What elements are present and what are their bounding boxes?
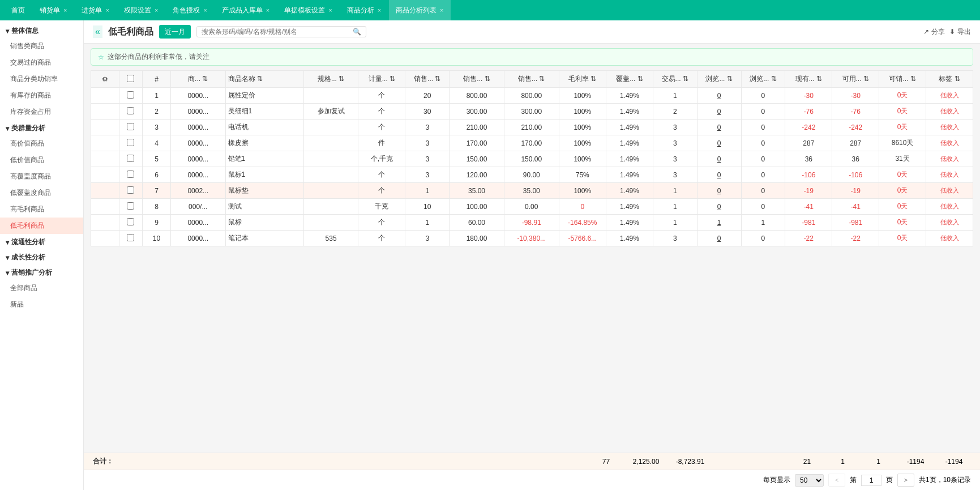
- sidebar-group-marketing[interactable]: ▾ 营销推广分析: [0, 265, 83, 280]
- nav-product-analysis-list[interactable]: 商品分析列表 ×: [389, 0, 450, 20]
- page-number-input[interactable]: [861, 475, 881, 486]
- row-checkbox-4[interactable]: [127, 155, 134, 162]
- row-view1-1[interactable]: 0: [697, 104, 741, 120]
- nav-product-analysis[interactable]: 商品分析 ×: [340, 0, 388, 20]
- row-tag-9: 低收入: [926, 231, 973, 246]
- col-spec[interactable]: 规格... ⇅: [303, 71, 358, 88]
- row-check-3[interactable]: [119, 135, 142, 151]
- sidebar-item-all-goods[interactable]: 全部商品: [0, 280, 83, 296]
- row-check-7[interactable]: [119, 199, 142, 215]
- row-settings-9: [91, 231, 119, 246]
- sidebar-item-high-margin[interactable]: 高毛利商品: [0, 201, 83, 218]
- row-check-6[interactable]: [119, 183, 142, 199]
- row-check-2[interactable]: [119, 120, 142, 135]
- nav-permissions-close[interactable]: ×: [155, 7, 158, 14]
- col-sale-qty[interactable]: 销售... ⇅: [405, 71, 450, 88]
- col-sale-price[interactable]: 销售... ⇅: [450, 71, 504, 88]
- row-checkbox-3[interactable]: [127, 139, 134, 146]
- row-check-5[interactable]: [119, 167, 142, 183]
- sidebar-item-high-cover[interactable]: 高覆盖度商品: [0, 168, 83, 185]
- nav-product-analysis-list-close[interactable]: ×: [440, 7, 443, 14]
- col-settings[interactable]: ⚙: [91, 71, 119, 88]
- row-checkbox-1[interactable]: [127, 107, 134, 114]
- sidebar-group-cluster[interactable]: ▾ 类群量分析: [0, 120, 83, 135]
- sidebar-collapse-btn[interactable]: «: [93, 25, 102, 38]
- search-input[interactable]: [202, 28, 353, 36]
- col-cur-stock[interactable]: 现有... ⇅: [785, 71, 832, 88]
- export-button[interactable]: ⬇ 导出: [949, 27, 971, 37]
- col-trade[interactable]: 交易... ⇅: [653, 71, 697, 88]
- row-view1-6[interactable]: 0: [697, 183, 741, 199]
- nav-permissions[interactable]: 权限设置 ×: [117, 0, 165, 20]
- nav-template-close[interactable]: ×: [328, 7, 332, 14]
- row-view1-8[interactable]: 1: [697, 215, 741, 231]
- col-name[interactable]: 商品名称 ⇅: [225, 71, 303, 88]
- row-view1-5[interactable]: 0: [697, 167, 741, 183]
- sidebar-group-general[interactable]: ▾ 整体信息: [0, 23, 83, 38]
- row-cover-8: 1.49%: [606, 215, 653, 231]
- row-check-0[interactable]: [119, 88, 142, 104]
- col-gross-rate[interactable]: 毛利率 ⇅: [559, 71, 606, 88]
- col-check-all[interactable]: [119, 71, 142, 88]
- row-code-9: 0000...: [170, 231, 225, 246]
- nav-sales-close[interactable]: ×: [63, 7, 67, 14]
- share-button[interactable]: ↗ 分享: [923, 27, 945, 37]
- row-checkbox-2[interactable]: [127, 123, 134, 130]
- sidebar-item-high-value[interactable]: 高价值商品: [0, 135, 83, 152]
- prev-page-btn[interactable]: ＜: [828, 474, 845, 487]
- nav-home[interactable]: 首页: [5, 0, 32, 20]
- col-view2[interactable]: 浏览... ⇅: [741, 71, 785, 88]
- nav-roles-close[interactable]: ×: [203, 7, 207, 14]
- row-checkbox-7[interactable]: [127, 202, 134, 210]
- per-page-select[interactable]: 50 100 200: [795, 474, 824, 487]
- period-button[interactable]: 近一月: [159, 25, 191, 39]
- col-cover[interactable]: 覆盖... ⇅: [606, 71, 653, 88]
- nav-products-inbound[interactable]: 产成品入库单 ×: [215, 0, 276, 20]
- row-checkbox-9[interactable]: [127, 234, 134, 241]
- col-sellable[interactable]: 可销... ⇅: [879, 71, 926, 88]
- nav-product-analysis-close[interactable]: ×: [378, 7, 381, 14]
- search-icon[interactable]: 🔍: [353, 28, 361, 36]
- sidebar-group-liquidity[interactable]: ▾ 流通性分析: [0, 234, 83, 249]
- sidebar-item-new-goods[interactable]: 新品: [0, 296, 83, 313]
- sidebar-item-low-margin[interactable]: 低毛利商品: [0, 218, 83, 234]
- sidebar-item-sales-goods[interactable]: 销售类商品: [0, 38, 83, 54]
- nav-purchase-close[interactable]: ×: [105, 7, 109, 14]
- sidebar-item-capital[interactable]: 库存资金占用: [0, 104, 83, 120]
- check-all-checkbox[interactable]: [127, 75, 134, 82]
- row-check-1[interactable]: [119, 104, 142, 120]
- nav-roles[interactable]: 角色授权 ×: [166, 0, 213, 20]
- row-name-3: 橡皮擦: [225, 135, 303, 151]
- col-tag[interactable]: 标签 ⇅: [926, 71, 973, 88]
- row-checkbox-6[interactable]: [127, 186, 134, 194]
- nav-purchase[interactable]: 进货单 ×: [75, 0, 115, 20]
- sidebar-item-low-value[interactable]: 低价值商品: [0, 152, 83, 168]
- row-check-8[interactable]: [119, 215, 142, 231]
- row-view1-2[interactable]: 0: [697, 120, 741, 135]
- row-view1-4[interactable]: 0: [697, 151, 741, 167]
- row-check-4[interactable]: [119, 151, 142, 167]
- row-view1-7[interactable]: 0: [697, 199, 741, 215]
- col-avail[interactable]: 可用... ⇅: [832, 71, 879, 88]
- row-check-9[interactable]: [119, 231, 142, 246]
- sidebar-item-in-stock[interactable]: 有库存的商品: [0, 87, 83, 104]
- row-view1-9[interactable]: 0: [697, 231, 741, 246]
- sidebar-item-low-cover[interactable]: 低覆盖度商品: [0, 185, 83, 201]
- sidebar-item-traded-goods[interactable]: 交易过的商品: [0, 54, 83, 71]
- nav-products-inbound-close[interactable]: ×: [266, 7, 269, 14]
- nav-template[interactable]: 单据模板设置 ×: [277, 0, 339, 20]
- sidebar-item-category-assist[interactable]: 商品分类助销率: [0, 71, 83, 87]
- row-checkbox-8[interactable]: [127, 218, 134, 225]
- col-code[interactable]: 商... ⇅: [170, 71, 225, 88]
- row-view1-3[interactable]: 0: [697, 135, 741, 151]
- row-spec-1: 参加复试: [303, 104, 358, 120]
- col-unit[interactable]: 计量... ⇅: [358, 71, 405, 88]
- col-view1[interactable]: 浏览... ⇅: [697, 71, 741, 88]
- col-sale-amt[interactable]: 销售... ⇅: [504, 71, 559, 88]
- row-checkbox-5[interactable]: [127, 171, 134, 178]
- nav-sales[interactable]: 销货单 ×: [33, 0, 74, 20]
- row-view1-0[interactable]: 0: [697, 88, 741, 104]
- sidebar-group-growth[interactable]: ▾ 成长性分析: [0, 249, 83, 265]
- next-page-btn[interactable]: ＞: [897, 474, 914, 487]
- row-checkbox-0[interactable]: [127, 91, 134, 99]
